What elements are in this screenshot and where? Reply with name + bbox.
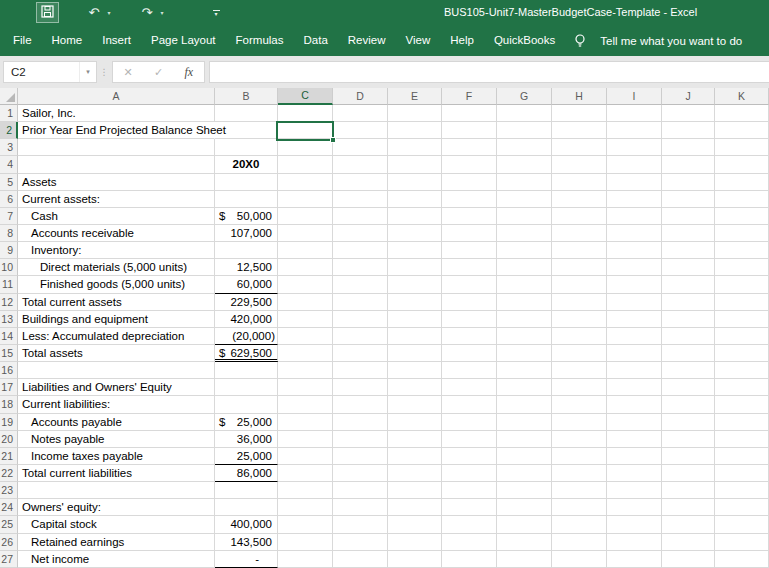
cell-E13[interactable] bbox=[388, 311, 442, 328]
cell-A9[interactable]: Inventory: bbox=[18, 242, 215, 259]
cell-H2[interactable] bbox=[552, 122, 607, 139]
cell-E7[interactable] bbox=[388, 208, 442, 225]
cell-I25[interactable] bbox=[607, 516, 662, 533]
cell-E10[interactable] bbox=[388, 259, 442, 276]
cell-G20[interactable] bbox=[497, 431, 552, 448]
row-header-26[interactable]: 26 bbox=[0, 534, 18, 551]
cell-J16[interactable] bbox=[662, 362, 715, 379]
column-header-D[interactable]: D bbox=[333, 88, 388, 105]
cell-D1[interactable] bbox=[333, 105, 388, 122]
cell-C19[interactable] bbox=[278, 414, 333, 431]
cell-F23[interactable] bbox=[442, 482, 497, 499]
cell-K3[interactable] bbox=[715, 139, 769, 156]
cell-A26[interactable]: Retained earnings bbox=[18, 534, 215, 551]
cell-D24[interactable] bbox=[333, 499, 388, 516]
cell-G12[interactable] bbox=[497, 294, 552, 311]
cell-A4[interactable] bbox=[18, 156, 215, 173]
cell-C20[interactable] bbox=[278, 431, 333, 448]
row-header-25[interactable]: 25 bbox=[0, 516, 18, 533]
cell-I5[interactable] bbox=[607, 174, 662, 191]
cell-E16[interactable] bbox=[388, 362, 442, 379]
cell-D16[interactable] bbox=[333, 362, 388, 379]
cell-A6[interactable]: Current assets: bbox=[18, 191, 215, 208]
cell-I1[interactable] bbox=[607, 105, 662, 122]
row-header-1[interactable]: 1 bbox=[0, 105, 18, 122]
cell-C27[interactable] bbox=[278, 551, 333, 568]
cell-J25[interactable] bbox=[662, 516, 715, 533]
cell-H15[interactable] bbox=[552, 345, 607, 362]
cell-B12[interactable]: 229,500 bbox=[215, 294, 278, 311]
cell-A1[interactable]: Sailor, Inc. bbox=[18, 105, 215, 122]
row-header-10[interactable]: 10 bbox=[0, 259, 18, 276]
cell-H27[interactable] bbox=[552, 551, 607, 568]
cell-E11[interactable] bbox=[388, 276, 442, 293]
column-header-E[interactable]: E bbox=[388, 88, 442, 105]
cell-E18[interactable] bbox=[388, 396, 442, 413]
cell-E3[interactable] bbox=[388, 139, 442, 156]
tab-data[interactable]: Data bbox=[294, 25, 338, 56]
cell-D20[interactable] bbox=[333, 431, 388, 448]
cell-F13[interactable] bbox=[442, 311, 497, 328]
cell-K22[interactable] bbox=[715, 465, 769, 482]
row-header-19[interactable]: 19 bbox=[0, 414, 18, 431]
cell-K27[interactable] bbox=[715, 551, 769, 568]
cell-J4[interactable] bbox=[662, 156, 715, 173]
cell-K1[interactable] bbox=[715, 105, 769, 122]
cell-A3[interactable] bbox=[18, 139, 215, 156]
tab-insert[interactable]: Insert bbox=[92, 25, 141, 56]
column-header-J[interactable]: J bbox=[662, 88, 715, 105]
cell-D10[interactable] bbox=[333, 259, 388, 276]
cell-J8[interactable] bbox=[662, 225, 715, 242]
row-header-21[interactable]: 21 bbox=[0, 448, 18, 465]
cell-J12[interactable] bbox=[662, 294, 715, 311]
cell-H11[interactable] bbox=[552, 276, 607, 293]
cell-F24[interactable] bbox=[442, 499, 497, 516]
cell-I27[interactable] bbox=[607, 551, 662, 568]
cell-C13[interactable] bbox=[278, 311, 333, 328]
cell-F1[interactable] bbox=[442, 105, 497, 122]
cell-G27[interactable] bbox=[497, 551, 552, 568]
cell-B8[interactable]: 107,000 bbox=[215, 225, 278, 242]
cell-J7[interactable] bbox=[662, 208, 715, 225]
cell-J26[interactable] bbox=[662, 534, 715, 551]
cell-K16[interactable] bbox=[715, 362, 769, 379]
cell-J1[interactable] bbox=[662, 105, 715, 122]
cell-F20[interactable] bbox=[442, 431, 497, 448]
cell-C22[interactable] bbox=[278, 465, 333, 482]
cell-G23[interactable] bbox=[497, 482, 552, 499]
cell-I4[interactable] bbox=[607, 156, 662, 173]
cell-D3[interactable] bbox=[333, 139, 388, 156]
cell-K25[interactable] bbox=[715, 516, 769, 533]
cell-D21[interactable] bbox=[333, 448, 388, 465]
cell-E15[interactable] bbox=[388, 345, 442, 362]
cell-C1[interactable] bbox=[278, 105, 333, 122]
row-header-3[interactable]: 3 bbox=[0, 139, 18, 156]
cell-F6[interactable] bbox=[442, 191, 497, 208]
tell-me-box[interactable]: Tell me what you want to do bbox=[600, 35, 742, 47]
select-all-button[interactable] bbox=[0, 88, 18, 105]
customize-quick-access-button[interactable]: ▾ bbox=[208, 0, 224, 25]
cell-I3[interactable] bbox=[607, 139, 662, 156]
cell-D9[interactable] bbox=[333, 242, 388, 259]
cell-K7[interactable] bbox=[715, 208, 769, 225]
cell-C14[interactable] bbox=[278, 328, 333, 345]
cell-G2[interactable] bbox=[497, 122, 552, 139]
cell-H14[interactable] bbox=[552, 328, 607, 345]
cell-J27[interactable] bbox=[662, 551, 715, 568]
cell-A27[interactable]: Net income bbox=[18, 551, 215, 568]
cell-D4[interactable] bbox=[333, 156, 388, 173]
cell-J19[interactable] bbox=[662, 414, 715, 431]
row-header-24[interactable]: 24 bbox=[0, 499, 18, 516]
cell-A11[interactable]: Finished goods (5,000 units) bbox=[18, 276, 215, 293]
tab-quickbooks[interactable]: QuickBooks bbox=[484, 25, 565, 56]
cell-K23[interactable] bbox=[715, 482, 769, 499]
cell-I7[interactable] bbox=[607, 208, 662, 225]
cell-G13[interactable] bbox=[497, 311, 552, 328]
cell-I23[interactable] bbox=[607, 482, 662, 499]
cell-A18[interactable]: Current liabilities: bbox=[18, 396, 215, 413]
cell-F19[interactable] bbox=[442, 414, 497, 431]
cell-D14[interactable] bbox=[333, 328, 388, 345]
cell-I14[interactable] bbox=[607, 328, 662, 345]
cell-D17[interactable] bbox=[333, 379, 388, 396]
cell-A23[interactable] bbox=[18, 482, 215, 499]
